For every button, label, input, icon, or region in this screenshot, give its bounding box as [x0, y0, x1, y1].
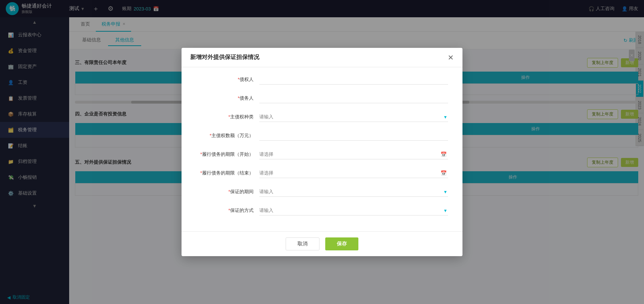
save-button[interactable]: 保存 [325, 237, 358, 250]
dialog-title: 新增对外提供保证担保情况 [190, 54, 259, 61]
cancel-button[interactable]: 取消 [286, 237, 319, 250]
debt-amount-input[interactable] [259, 131, 448, 141]
guarantee-method-select-wrap: ▾ [259, 205, 448, 215]
creditor-input[interactable] [259, 74, 448, 85]
required-mark: * [228, 208, 230, 213]
guarantee-period-label: *保证的期间 [196, 189, 254, 195]
period-start-input[interactable] [259, 149, 448, 159]
guarantee-method-select[interactable] [259, 205, 448, 215]
period-start-date-wrap: 📅 [259, 149, 448, 159]
guarantee-period-chevron-icon[interactable]: ▾ [444, 189, 447, 195]
dialog-header: 新增对外提供保证担保情况 ✕ [182, 48, 462, 67]
debt-type-select[interactable] [259, 112, 448, 122]
required-mark: * [228, 189, 230, 194]
guarantee-period-select[interactable] [259, 187, 448, 196]
debt-type-select-wrap: ▾ [259, 112, 448, 122]
debt-type-label: *主债权种类 [196, 114, 254, 120]
form-row-creditor: *债权人 [196, 74, 448, 85]
form-row-debt-type: *主债权种类 ▾ [196, 112, 448, 122]
debtor-input[interactable] [259, 93, 448, 103]
required-mark: * [200, 170, 202, 176]
debt-type-chevron-icon[interactable]: ▾ [444, 114, 447, 120]
add-guarantee-dialog: 新增对外提供保证担保情况 ✕ *债权人 *债务人 *主债权种类 [182, 48, 462, 256]
guarantee-period-select-wrap: ▾ [259, 187, 448, 197]
required-mark: * [238, 77, 240, 82]
form-row-period-start: *履行债务的期限（开始） 📅 [196, 149, 448, 159]
guarantee-method-label: *保证的方式 [196, 207, 254, 214]
creditor-label: *债权人 [196, 76, 254, 83]
required-mark: * [228, 114, 230, 119]
dialog-close-btn[interactable]: ✕ [448, 54, 454, 61]
period-end-input[interactable] [259, 168, 448, 178]
period-start-label: *履行债务的期限（开始） [196, 151, 254, 158]
form-row-debt-amount: *主债权数额（万元） [196, 131, 448, 141]
period-start-calendar-icon[interactable]: 📅 [440, 151, 447, 157]
form-row-period-end: *履行债务的期限（结束） 📅 [196, 168, 448, 178]
required-mark: * [210, 133, 211, 138]
required-mark: * [238, 95, 240, 101]
guarantee-method-chevron-icon[interactable]: ▾ [444, 208, 447, 213]
form-row-guarantee-method: *保证的方式 ▾ [196, 205, 448, 215]
modal-overlay: 新增对外提供保证担保情况 ✕ *债权人 *债务人 *主债权种类 [0, 0, 644, 304]
required-mark: * [200, 151, 202, 157]
period-end-calendar-icon[interactable]: 📅 [440, 170, 447, 176]
period-end-date-wrap: 📅 [259, 168, 448, 178]
form-row-guarantee-period: *保证的期间 ▾ [196, 187, 448, 197]
debtor-label: *债务人 [196, 95, 254, 101]
period-end-label: *履行债务的期限（结束） [196, 170, 254, 176]
dialog-body: *债权人 *债务人 *主债权种类 ▾ [182, 67, 462, 231]
dialog-footer: 取消 保存 [182, 231, 462, 256]
debt-amount-label: *主债权数额（万元） [196, 132, 254, 139]
form-row-debtor: *债务人 [196, 93, 448, 103]
